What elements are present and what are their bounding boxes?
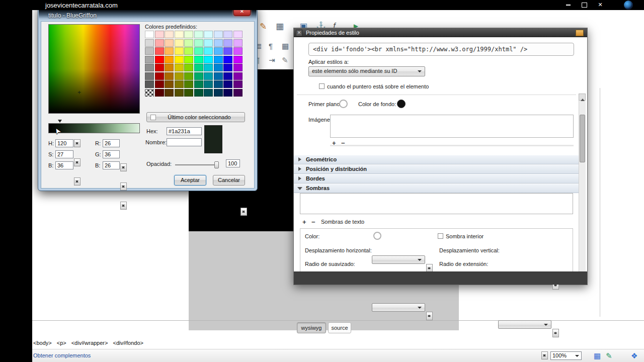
color-swatch[interactable] [204,80,213,88]
color-swatch[interactable] [165,39,174,47]
shadows-listbox[interactable] [300,193,573,214]
color-swatch[interactable] [175,89,184,97]
color-swatch[interactable] [223,72,232,80]
tab-source[interactable]: source [328,322,351,333]
section-header-geometrico[interactable]: Geométrico [294,155,579,164]
color-swatch[interactable] [223,80,232,88]
color-swatch[interactable] [155,47,164,55]
accept-button[interactable]: Aceptar [174,175,206,186]
color-swatch[interactable] [214,64,223,71]
opacity-slider-handle[interactable] [214,161,219,168]
panel-close-icon[interactable]: ✕ [296,30,302,36]
zoom-stepper[interactable] [541,351,548,359]
color-swatch[interactable] [155,80,164,88]
brightness-slider-marker[interactable] [58,120,62,125]
color-swatch[interactable] [233,31,243,38]
color-swatch[interactable] [194,39,203,47]
addons-puzzle-icon[interactable]: ❖ [631,352,637,359]
add-shadow-icon[interactable]: + [302,218,306,226]
color-swatch[interactable] [233,64,243,71]
opacity-slider-track[interactable] [175,164,217,165]
color-swatch[interactable] [233,47,243,55]
color-swatch[interactable] [145,89,154,97]
images-listbox[interactable] [330,115,574,138]
color-swatch[interactable] [145,31,154,38]
color-swatch[interactable] [165,72,174,80]
last-color-button[interactable]: Último color seleccionado [146,112,245,122]
section-header-sombras[interactable]: Sombras [294,184,579,193]
color-swatch[interactable] [214,31,223,38]
color-swatch[interactable] [184,47,193,55]
r-stepper[interactable] [120,163,127,171]
color-swatch[interactable] [145,64,154,71]
h-input[interactable]: 120 [55,139,73,147]
color-swatch[interactable] [165,64,174,71]
color-swatch[interactable] [145,47,154,55]
shadow-color-swatch[interactable] [373,232,381,240]
g-input[interactable]: 36 [103,150,120,158]
color-swatch[interactable] [204,47,213,55]
h-offset-dropdown[interactable] [372,255,425,264]
panel-palette-icon[interactable] [576,30,584,36]
tab-wysiwyg[interactable]: wysiwyg [297,322,326,333]
maximize-icon[interactable] [579,2,590,9]
breadcrumb-item[interactable]: <div#fondo> [113,340,143,346]
color-swatch[interactable] [155,56,164,63]
color-swatch[interactable] [175,64,184,71]
color-swatch[interactable] [175,39,184,47]
color-swatch[interactable] [194,31,203,38]
b-stepper[interactable] [74,177,80,186]
color-swatch[interactable] [155,39,164,47]
color-swatch[interactable] [223,47,232,55]
apply-styles-dropdown[interactable]: este elemento sólo mediante su ID [308,66,425,76]
opacity-stepper[interactable] [240,208,247,216]
color-swatch[interactable] [233,80,243,88]
color-swatch[interactable] [204,56,213,63]
blur-radius-stepper[interactable] [426,312,433,320]
zoom-select[interactable]: 100% [550,351,582,360]
color-swatch[interactable] [165,89,174,97]
color-swatch[interactable] [155,72,164,80]
addons-link[interactable]: Obtener complementos [33,352,91,358]
color-swatch[interactable] [175,80,184,88]
minimize-icon[interactable] [562,2,574,9]
color-swatch[interactable] [165,31,174,38]
color-field[interactable] [48,24,140,114]
color-swatch[interactable] [175,56,184,63]
name-input[interactable] [167,138,202,146]
close-window-icon[interactable]: ✕ [595,1,606,8]
color-swatch[interactable] [194,47,203,55]
color-swatch[interactable] [223,56,232,63]
blur-radius-dropdown[interactable] [372,303,425,312]
color-swatch[interactable] [214,72,223,80]
color-swatch[interactable] [165,47,174,55]
s-stepper[interactable] [74,158,80,166]
color-swatch[interactable] [233,56,243,63]
color-swatch[interactable] [184,80,193,88]
opacity-input[interactable]: 100 [226,159,240,167]
color-swatch[interactable] [184,64,193,71]
images-hscrollbar[interactable] [330,145,574,146]
g-stepper[interactable] [120,183,127,191]
color-swatch[interactable] [155,31,164,38]
color-swatch[interactable] [223,39,232,47]
color-swatch[interactable] [204,64,213,71]
grid-view-icon[interactable]: ▦ [594,352,601,359]
color-swatch[interactable] [214,89,223,97]
table-icon[interactable]: ▦ [276,22,284,31]
color-swatch[interactable] [184,39,193,47]
color-swatch[interactable] [194,89,203,97]
color-swatch[interactable] [204,72,213,80]
breadcrumb-item[interactable]: <body> [33,340,52,346]
color-swatch[interactable] [145,39,154,47]
spread-radius-dropdown[interactable] [498,320,551,329]
color-swatch[interactable] [204,39,213,47]
color-swatch[interactable] [194,56,203,63]
color-swatch[interactable] [165,56,174,63]
color-swatch[interactable] [194,72,203,80]
pencil-icon[interactable]: ✎ [260,22,267,31]
color-swatch[interactable] [233,39,243,47]
color-swatch[interactable] [184,56,193,63]
paragraph-icon[interactable]: ¶ [269,42,273,50]
color-swatch[interactable] [204,31,213,38]
